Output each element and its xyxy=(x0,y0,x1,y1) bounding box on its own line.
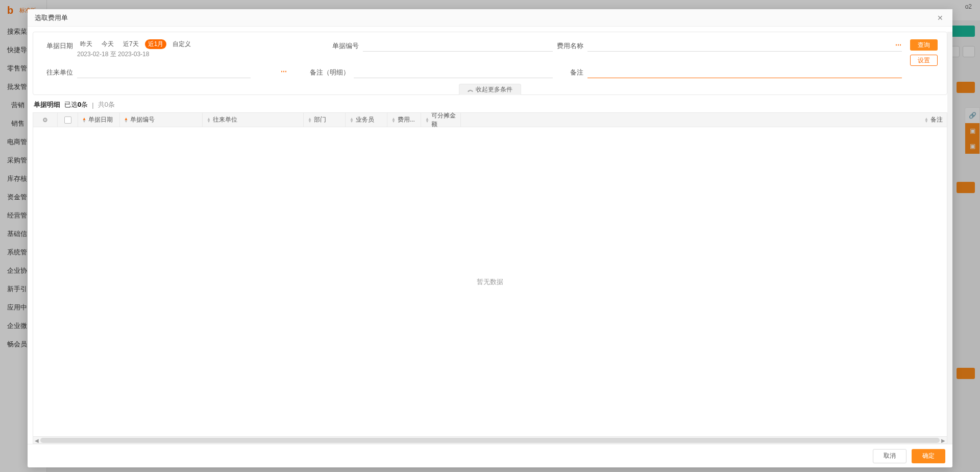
sort-icon: ▲▼ xyxy=(308,117,312,123)
filter-fee-name: 费用名称 ⋯ xyxy=(553,39,938,59)
scroll-thumb[interactable] xyxy=(40,438,940,443)
query-button[interactable]: 查询 xyxy=(910,39,938,51)
code-input[interactable] xyxy=(363,39,553,52)
filter-panel: 单据日期 昨天 今天 近7天 近1月 自定义 2023-02-18 至 2023… xyxy=(33,32,947,95)
settings-button[interactable]: 设置 xyxy=(910,55,938,66)
sort-icon: ▲▼ xyxy=(924,117,928,123)
unit-input[interactable] xyxy=(77,66,251,78)
date-opt-month[interactable]: 近1月 xyxy=(145,39,167,49)
modal-body: 单据日期 昨天 今天 近7天 近1月 自定义 2023-02-18 至 2023… xyxy=(28,27,952,444)
close-button[interactable]: ✕ xyxy=(935,13,945,23)
fee-name-input[interactable] xyxy=(587,39,902,52)
selected-count: 已选0条 xyxy=(64,100,88,109)
collapse-label: 收起更多条件 xyxy=(476,85,512,94)
column-settings-button[interactable]: ⚙ xyxy=(33,113,58,127)
col-remark[interactable]: ▲▼ 备注 xyxy=(461,113,947,127)
modal-footer: 取消 确定 xyxy=(28,444,952,467)
select-expense-modal: 选取费用单 ✕ 单据日期 昨天 今天 近7天 近1月 自定义 xyxy=(28,9,952,467)
sort-icon: ▲▼ xyxy=(350,117,354,123)
divider: | xyxy=(92,101,93,109)
code-label: 单据编号 xyxy=(328,39,363,51)
date-opt-seven[interactable]: 近7天 xyxy=(120,39,142,49)
table-header: ⚙ ▲▼ 单据日期 ▲▼ 单据编号 ▲▼ 往来单位 ▲▼ 部门 xyxy=(33,113,947,127)
scroll-left-icon[interactable]: ◀ xyxy=(33,437,40,444)
unit-more-icon[interactable]: ⋯ xyxy=(281,68,287,75)
collapse-bar: ︽ 收起更多条件 xyxy=(33,85,947,95)
table-body: 暂无数据 xyxy=(33,127,947,436)
remark-label: 备注 xyxy=(553,66,587,77)
filter-actions: 查询 设置 xyxy=(910,39,938,66)
sort-icon: ▲▼ xyxy=(425,117,429,123)
col-amount[interactable]: ▲▼ 可分摊金额 xyxy=(421,113,461,127)
sort-icon: ▲▼ xyxy=(207,117,211,123)
table: ⚙ ▲▼ 单据日期 ▲▼ 单据编号 ▲▼ 往来单位 ▲▼ 部门 xyxy=(33,112,947,444)
col-unit[interactable]: ▲▼ 往来单位 xyxy=(203,113,304,127)
sort-icon: ▲▼ xyxy=(124,117,128,123)
section-title: 单据明细 xyxy=(34,100,60,109)
confirm-button[interactable]: 确定 xyxy=(912,449,945,463)
fee-name-label: 费用名称 xyxy=(553,39,587,51)
fee-name-more-icon[interactable]: ⋯ xyxy=(895,41,902,49)
col-date[interactable]: ▲▼ 单据日期 xyxy=(78,113,120,127)
collapse-button[interactable]: ︽ 收起更多条件 xyxy=(459,84,521,95)
date-opt-yesterday[interactable]: 昨天 xyxy=(77,39,95,49)
empty-text: 暂无数据 xyxy=(477,277,503,287)
remark-input[interactable] xyxy=(587,66,902,78)
date-range-text: 2023-02-18 至 2023-03-18 xyxy=(77,50,328,59)
section-header: 单据明细 已选0条 | 共0条 xyxy=(34,100,946,109)
filter-detail-remark: 备注（明细） xyxy=(308,66,553,78)
select-all-checkbox[interactable] xyxy=(58,113,78,127)
checkbox-icon xyxy=(64,116,71,124)
total-count: 共0条 xyxy=(98,100,115,109)
cancel-button[interactable]: 取消 xyxy=(873,449,906,463)
close-icon: ✕ xyxy=(937,14,943,22)
body-scrollbar[interactable] xyxy=(947,32,952,444)
gear-icon: ⚙ xyxy=(42,116,48,124)
chevron-up-icon: ︽ xyxy=(468,85,474,94)
col-dept[interactable]: ▲▼ 部门 xyxy=(304,113,346,127)
date-label: 单据日期 xyxy=(42,39,77,51)
detail-remark-input[interactable] xyxy=(354,66,553,78)
modal-title: 选取费用单 xyxy=(35,13,68,22)
scroll-right-icon[interactable]: ▶ xyxy=(940,437,947,444)
unit-label: 往来单位 xyxy=(42,66,77,77)
modal-header: 选取费用单 ✕ xyxy=(28,9,952,27)
filter-unit: 往来单位 ⋯ xyxy=(42,66,308,78)
col-fee[interactable]: ▲▼ 费用... xyxy=(387,113,421,127)
date-opt-custom[interactable]: 自定义 xyxy=(169,39,194,49)
filter-remark: 备注 xyxy=(553,66,938,78)
filter-code: 单据编号 xyxy=(328,39,553,59)
date-opt-today[interactable]: 今天 xyxy=(99,39,117,49)
filter-date: 单据日期 昨天 今天 近7天 近1月 自定义 2023-02-18 至 2023… xyxy=(42,39,328,59)
horizontal-scrollbar[interactable]: ◀ ▶ xyxy=(33,436,947,443)
col-staff[interactable]: ▲▼ 业务员 xyxy=(346,113,387,127)
date-options: 昨天 今天 近7天 近1月 自定义 xyxy=(77,39,328,49)
sort-icon: ▲▼ xyxy=(82,117,86,123)
detail-remark-label: 备注（明细） xyxy=(308,66,354,77)
sort-icon: ▲▼ xyxy=(391,117,396,123)
col-code[interactable]: ▲▼ 单据编号 xyxy=(120,113,203,127)
